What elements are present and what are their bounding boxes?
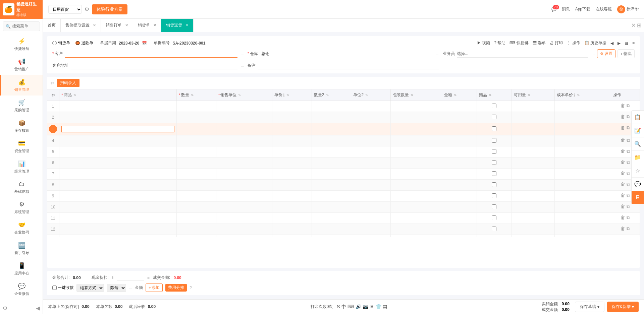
customer-dots[interactable]: ... bbox=[241, 52, 244, 56]
right-icon-screen[interactable]: 🖥 bbox=[632, 191, 644, 204]
tab-layout-button[interactable]: ⊞ bbox=[637, 22, 641, 28]
product-cell-3[interactable] bbox=[59, 123, 177, 135]
pack-qty-cell-1[interactable] bbox=[390, 101, 442, 112]
delete-icon[interactable]: 🗑 bbox=[621, 148, 625, 155]
sidebar-item-member[interactable]: V 畅会员 bbox=[0, 300, 43, 302]
unit-price-cell-2[interactable] bbox=[272, 112, 312, 123]
status-icon-4[interactable]: 🔊 bbox=[356, 304, 361, 310]
copy-icon[interactable]: ⧉ bbox=[627, 148, 630, 155]
sidebar-item-inventory[interactable]: 📦 库存核算 bbox=[0, 116, 43, 136]
status-icon-8[interactable]: ▤ bbox=[383, 304, 387, 310]
account-dots[interactable]: ... bbox=[129, 286, 132, 290]
sales-unit-cell-3[interactable] bbox=[216, 123, 272, 135]
copy-icon-1[interactable]: ⧉ bbox=[627, 103, 630, 110]
unit-price-cell-3[interactable] bbox=[272, 123, 312, 135]
calc-method-select[interactable]: 结算方式 bbox=[76, 284, 104, 292]
unit2-col-handle[interactable]: 单位2⇅ bbox=[353, 92, 368, 98]
view-toggle-2[interactable]: ≡ bbox=[632, 41, 635, 46]
tab-sales-order[interactable]: 销售订单 ✕ bbox=[101, 19, 133, 32]
add-payment-button[interactable]: + 添加 bbox=[146, 284, 163, 292]
one-click-payment-checkbox[interactable]: 一键收款 bbox=[52, 285, 74, 291]
select-link[interactable]: ☰ 选单 bbox=[533, 40, 546, 46]
topbar-settings-icon[interactable]: ⚙ bbox=[85, 6, 89, 12]
save-new-button[interactable]: 保存&新增 ▾ bbox=[607, 302, 639, 312]
unit2-cell-2[interactable] bbox=[351, 112, 390, 123]
pack-qty-cell-2[interactable] bbox=[390, 112, 442, 123]
amount-col-handle[interactable]: 金额⇅ bbox=[444, 92, 457, 98]
app-download-link[interactable]: App下载 bbox=[575, 6, 590, 12]
status-icon-5[interactable]: 📷 bbox=[363, 304, 368, 310]
status-icon-2[interactable]: 中 bbox=[341, 304, 346, 310]
salesperson-input[interactable] bbox=[457, 50, 588, 58]
delete-icon[interactable]: 🗑 bbox=[621, 171, 625, 177]
status-icon-1[interactable]: S bbox=[337, 304, 340, 310]
delete-icon-1[interactable]: 🗑 bbox=[621, 103, 625, 110]
product-cell-2[interactable] bbox=[59, 112, 177, 123]
radio-return[interactable]: 退款单 bbox=[75, 40, 93, 46]
copy-icon[interactable]: ⧉ bbox=[627, 226, 630, 233]
prev-record[interactable]: ◀ bbox=[610, 41, 613, 46]
delete-icon[interactable]: 🗑 bbox=[621, 160, 625, 166]
calendar-icon[interactable]: 📅 bbox=[142, 41, 147, 46]
sidebar-item-quick-nav[interactable]: ⚡ 快捷导航 bbox=[0, 34, 43, 55]
unit-price-col-handle[interactable]: 单价 ℹ⇅ bbox=[274, 92, 289, 98]
next-record[interactable]: ▶ bbox=[618, 41, 621, 46]
tab-sales-return-close[interactable]: ✕ bbox=[185, 23, 189, 27]
tab-price-extract[interactable]: 售价提取设置 ✕ bbox=[61, 19, 101, 32]
radio-sales-input[interactable] bbox=[52, 41, 57, 45]
gift-checkbox-2[interactable] bbox=[492, 115, 496, 119]
amount-cell-1[interactable] bbox=[442, 101, 477, 112]
discount-input[interactable] bbox=[117, 274, 144, 281]
history-link[interactable]: 📋 历史单据 bbox=[584, 40, 606, 46]
discount-info-icon[interactable]: ℹ bbox=[112, 275, 114, 280]
delete-icon[interactable]: 🗑 bbox=[621, 226, 625, 233]
warehouse-dots[interactable]: ... bbox=[436, 52, 439, 56]
sidebar-item-operations[interactable]: 📊 经营管理 bbox=[0, 157, 43, 177]
copy-icon-3[interactable]: ⧉ bbox=[627, 125, 630, 132]
unit-price-cell-1[interactable] bbox=[272, 101, 312, 112]
save-draft-button[interactable]: 保存草稿 ▾ bbox=[575, 302, 604, 312]
cost-unit-col-handle[interactable]: 成本单价 ℹ⇅ bbox=[557, 92, 580, 98]
operations-link[interactable]: ⋮ 操作 bbox=[567, 40, 580, 46]
view-toggle-1[interactable]: ▦ bbox=[625, 41, 628, 46]
qty2-col-handle[interactable]: 数量2⇅ bbox=[314, 92, 329, 98]
copy-icon-2[interactable]: ⧉ bbox=[627, 114, 630, 121]
search-menu-button[interactable]: 🔍 搜索菜单 bbox=[3, 21, 40, 31]
help-link[interactable]: ? 帮助 bbox=[494, 40, 505, 46]
message-icon-btn[interactable]: 💬 70 bbox=[551, 7, 556, 12]
gear-icon[interactable]: ⚙ bbox=[50, 81, 54, 85]
settings-button[interactable]: ⚙ 设置 bbox=[597, 49, 615, 58]
delete-icon-2[interactable]: 🗑 bbox=[621, 114, 625, 121]
delete-icon-3[interactable]: 🗑 bbox=[621, 125, 625, 132]
tab-sales-return[interactable]: 销货退货 ✕ bbox=[161, 19, 194, 32]
qty-cell-2[interactable] bbox=[177, 112, 216, 123]
sidebar-item-purchase[interactable]: 🛒 采购管理 bbox=[0, 96, 43, 116]
delete-icon[interactable]: 🗑 bbox=[621, 137, 625, 144]
qty2-cell-1[interactable] bbox=[312, 101, 351, 112]
right-icon-list[interactable]: 📋 bbox=[632, 111, 644, 124]
radio-sales[interactable]: 销货单 bbox=[52, 40, 70, 46]
copy-icon[interactable]: ⧉ bbox=[627, 215, 630, 222]
qty-cell-1[interactable] bbox=[177, 101, 216, 112]
available-cell-3[interactable] bbox=[512, 123, 554, 135]
trial-btn[interactable]: 体验行业方案 bbox=[92, 4, 127, 14]
category-select[interactable]: 日用百货 bbox=[48, 5, 82, 14]
copy-icon[interactable]: ⧉ bbox=[627, 182, 630, 188]
sales-unit-cell-1[interactable] bbox=[216, 101, 272, 112]
copy-icon[interactable]: ⧉ bbox=[627, 160, 630, 166]
address-dots[interactable]: ... bbox=[241, 63, 244, 68]
one-click-payment-input[interactable] bbox=[52, 286, 57, 290]
address-input[interactable] bbox=[70, 62, 237, 69]
right-icon-folder[interactable]: 📁 bbox=[632, 151, 644, 164]
tab-price-extract-close[interactable]: ✕ bbox=[93, 23, 96, 27]
logistics-button[interactable]: + 物流 bbox=[618, 49, 635, 58]
product-col-handle[interactable]: *商品⇅ bbox=[61, 92, 76, 98]
unit2-cell-1[interactable] bbox=[351, 101, 390, 112]
pack-qty-col-handle[interactable]: 包装数量⇅ bbox=[393, 92, 413, 98]
qty2-cell-2[interactable] bbox=[312, 112, 351, 123]
available-cell-1[interactable] bbox=[512, 101, 554, 112]
pack-qty-cell-3[interactable] bbox=[390, 123, 442, 135]
video-link[interactable]: ▶ 视频 bbox=[477, 40, 490, 46]
dropdown-icon-2[interactable]: ▾ bbox=[632, 305, 634, 309]
split-help-icon[interactable]: ? bbox=[190, 286, 192, 290]
